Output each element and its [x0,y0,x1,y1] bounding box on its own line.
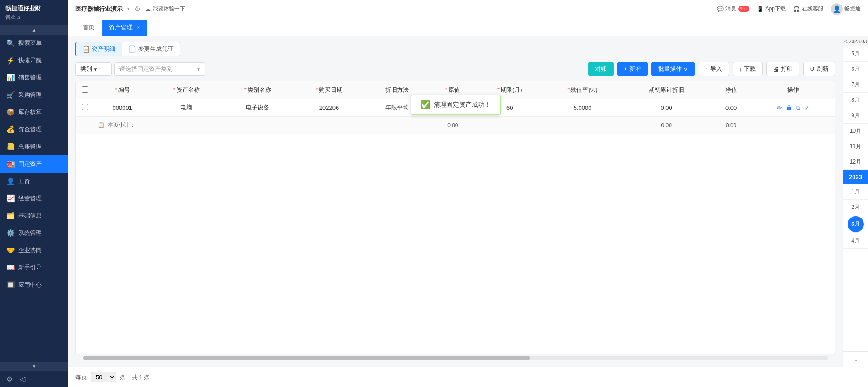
payroll-icon: 👤 [6,177,15,185]
sidebar-item-label: 经营管理 [18,194,42,203]
download-button[interactable]: ↓ 下载 [733,62,763,76]
basic-info-icon: 🗂️ [6,212,15,220]
header-id: *编号 [94,81,150,99]
sidebar-scroll-up[interactable]: ▲ [0,25,68,35]
chevron-down-icon: ▾ [94,66,97,73]
dropdown-arrow-icon: ▾ [197,66,200,73]
calendar-month-7[interactable]: 7月 [843,77,868,93]
print-icon: 🖨 [773,66,779,73]
tab-home[interactable]: 首页 [75,20,102,36]
account-button[interactable]: 对账 [588,62,614,76]
success-check-icon: ✅ [420,100,430,110]
sidebar-item-quick-nav[interactable]: ⚡ 快捷导航 [0,52,68,69]
sidebar-item-sys-manage[interactable]: ⚙️ 系统管理 [0,224,68,242]
sidebar-item-search[interactable]: 🔍 搜索菜单 [0,35,68,52]
sidebar-item-sales[interactable]: 📊 销售管理 [0,69,68,86]
sidebar-item-enterprise[interactable]: 🤝 企业协同 [0,242,68,259]
calendar-month-11[interactable]: 11月 [843,139,868,154]
sub-tab-voucher-generate[interactable]: 📄 变更生成凭证 [122,42,180,56]
calendar-month-4[interactable]: 4月 [843,233,868,249]
app-download-button[interactable]: 📱 App下载 [757,5,786,13]
sidebar-scroll-down[interactable]: ▼ [0,362,68,371]
calendar-month-1[interactable]: 1月 [843,184,868,200]
main-area: 医疗器械行业演示 ▾ ⚙ ☁ 我要体验一下 💬 消息 99+ 📱 App下载 🎧… [68,0,868,387]
subtotal-original: 0.00 [429,117,476,134]
tab-close-icon[interactable]: × [137,25,140,30]
total-label: 条，共 1 条 [120,373,150,382]
calendar-month-12[interactable]: 12月 [843,154,868,170]
scroll-bar[interactable] [83,356,828,360]
sidebar-item-guide[interactable]: 📖 新手引导 [0,259,68,276]
calendar-month-9[interactable]: 9月 [843,108,868,124]
new-button[interactable]: + 新增 [617,62,648,76]
calendar-year-2023[interactable]: 2023 [843,170,868,184]
sidebar-item-operations[interactable]: 📈 经营管理 [0,190,68,207]
message-button[interactable]: 💬 消息 99+ [717,5,749,13]
sales-icon: 📊 [6,74,15,82]
sidebar-item-basic-info[interactable]: 🗂️ 基础信息 [0,207,68,224]
tab-asset-manage[interactable]: 资产管理 × [102,20,147,36]
header-settings-icon[interactable]: ⚙ [134,5,141,13]
inventory-icon: 📦 [6,108,15,116]
row-checkbox[interactable] [82,104,88,110]
sidebar-logo: 畅捷通好业财 普及版 [0,0,68,25]
refresh-button[interactable]: ↺ 刷新 [803,62,835,76]
refresh-icon: ↺ [810,66,815,73]
sidebar-bottom: ⚙ ◁ [0,371,68,387]
calendar-bottom: ⌄ [843,351,868,367]
import-button[interactable]: ↑ 导入 [699,62,729,76]
scroll-bar-container [75,354,835,362]
sidebar-item-label: 新手引导 [18,263,42,272]
calendar-month-10[interactable]: 10月 [843,124,868,139]
message-badge: 99+ [738,6,749,12]
sidebar-item-label: 总账管理 [18,143,42,151]
print-button[interactable]: 🖨 打印 [766,62,799,76]
sidebar-item-purchase[interactable]: 🛒 采购管理 [0,86,68,104]
category-dropdown[interactable]: 请选择固定资产类别 ▾ [114,62,205,76]
sidebar-item-payroll[interactable]: 👤 工资 [0,173,68,190]
sidebar-item-fixed-assets[interactable]: 🏭 固定资产 [0,155,68,173]
sidebar-item-app-center[interactable]: 🔲 应用中心 [0,276,68,293]
asset-table-container: *编号 *资产名称 *类别名称 *购买日期 折旧方法 *原值 *期限(月) *残… [75,81,835,354]
calendar-month-8[interactable]: 8月 [843,93,868,108]
calendar-toggle-icon[interactable]: ◁ [844,38,848,44]
delete-icon[interactable]: 🗑 [786,104,792,111]
sidebar-item-funds[interactable]: 💰 资金管理 [0,121,68,138]
more-icon[interactable]: ⤢ [804,104,809,111]
toolbar: 类别 ▾ 请选择固定资产类别 ▾ 对账 + 新增 [75,62,835,76]
sub-tab-asset-detail[interactable]: 📋 资产明细 [75,42,122,56]
calendar-month-current[interactable]: 3月 [848,216,864,233]
online-service-button[interactable]: 🎧 在线客服 [793,5,823,13]
user-profile[interactable]: 👤 畅捷通 [831,3,861,15]
settings-icon[interactable]: ⚙ [6,375,13,383]
edit-icon[interactable]: ✏ [777,104,782,111]
company-dropdown[interactable]: ▾ [127,6,130,12]
batch-button[interactable]: 批量操作 ∨ [651,62,695,76]
ledger-icon: 📒 [6,143,15,151]
category-select[interactable]: 类别 ▾ [75,62,112,76]
app-subtitle: 普及版 [5,14,63,20]
copy-icon[interactable]: ⧉ [796,104,800,112]
voucher-icon: 📄 [129,45,136,53]
calendar-month-5[interactable]: 5月 [843,46,868,62]
sub-tabs: 📋 资产明细 📄 变更生成凭证 [75,42,835,56]
sidebar-item-ledger[interactable]: 📒 总账管理 [0,138,68,155]
enterprise-icon: 🤝 [6,246,15,254]
collapse-icon[interactable]: ◁ [20,375,25,383]
sidebar-item-label: 销售管理 [18,74,42,82]
sys-manage-icon: ⚙️ [6,229,15,237]
calendar-month-6[interactable]: 6月 [843,62,868,77]
experience-button[interactable]: ☁ 我要体验一下 [145,5,185,13]
row-checkbox-cell [76,99,94,117]
tabs-bar: 首页 资产管理 × [68,18,868,36]
select-all-checkbox[interactable] [82,86,88,93]
calendar-nav-down[interactable]: ⌄ [852,354,860,364]
fixed-assets-icon: 🏭 [6,160,15,168]
calendar-month-2[interactable]: 2月 [843,200,868,215]
sidebar-item-inventory[interactable]: 📦 库存核算 [0,104,68,121]
subtotal-net-value: 0.00 [711,117,751,134]
sidebar: 畅捷通好业财 普及版 ▲ 🔍 搜索菜单 ⚡ 快捷导航 📊 销售管理 🛒 采购管理… [0,0,68,387]
sidebar-item-label: 资金管理 [18,125,42,134]
page-size-select[interactable]: 50 20 100 [91,372,116,382]
sidebar-item-label: 采购管理 [18,91,42,99]
